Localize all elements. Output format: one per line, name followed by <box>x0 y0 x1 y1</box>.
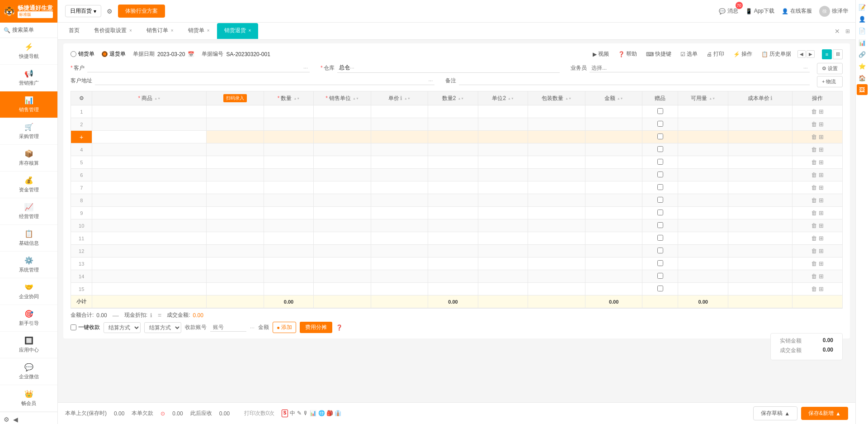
th-product-sort[interactable]: ▲▼ <box>154 97 160 100</box>
address-input[interactable] <box>97 77 428 84</box>
copy-icon[interactable]: ⊞ <box>819 159 824 166</box>
tab-delivery-close[interactable]: × <box>207 28 210 33</box>
sidebar-item-apps[interactable]: 🔲 应用中心 <box>0 332 57 358</box>
gift-checkbox-row-6[interactable] <box>657 172 663 177</box>
industry-select[interactable]: 日用百货 ▾ <box>65 5 101 17</box>
sidebar-item-sales[interactable]: 📊 销售管理 <box>0 91 57 118</box>
tab-sales-delivery[interactable]: 销货单 × <box>181 23 217 39</box>
pay-checkbox[interactable] <box>71 324 76 330</box>
sidebar-search[interactable]: 🔍 搜索菜单 <box>0 23 57 38</box>
tab-sales-return[interactable]: 销货退货 × <box>217 23 259 39</box>
copy-icon[interactable]: ⊞ <box>819 172 824 178</box>
gift-checkbox-row-14[interactable] <box>657 273 663 279</box>
sidebar-item-guide[interactable]: 🎯 新手引导 <box>0 305 57 332</box>
sidebar-item-member[interactable]: 👑 畅会员 <box>0 385 57 412</box>
settlement-select[interactable]: 结算方式 <box>104 322 141 333</box>
rp-item-1[interactable]: 📝 <box>857 2 868 13</box>
delete-icon[interactable]: 🗑 <box>811 197 817 204</box>
sidebar-item-cooperation[interactable]: 🤝 企业协同 <box>0 278 57 305</box>
amount-sort[interactable]: ▲▼ <box>617 97 623 100</box>
copy-icon[interactable]: ⊞ <box>819 248 824 254</box>
warehouse-input-wrap[interactable]: 总仓 ··· <box>337 63 560 73</box>
save-new-btn[interactable]: 保存&新增 ▲ <box>801 407 848 420</box>
app-download-item[interactable]: 📱 App下载 <box>745 7 774 15</box>
radio-delivery[interactable]: 销货单 <box>71 50 94 58</box>
gift-checkbox-row-1[interactable] <box>657 108 663 114</box>
tab-sales-order-close[interactable]: × <box>171 28 174 33</box>
cost-info-icon[interactable]: ℹ <box>770 95 773 101</box>
online-service-item[interactable]: 👤 在线客服 <box>782 7 812 15</box>
list-view-btn[interactable]: ≡ <box>822 49 832 59</box>
product-input-row3[interactable] <box>94 134 204 140</box>
radio-return-input[interactable] <box>102 51 108 57</box>
rp-item-7[interactable]: 🏠 <box>857 72 868 83</box>
dots-icon[interactable]: ··· <box>250 324 255 331</box>
copy-icon[interactable]: ⊞ <box>819 197 824 204</box>
delete-icon[interactable]: 🗑 <box>811 222 817 229</box>
th-gear[interactable]: ⚙ <box>71 91 92 105</box>
unit2-sort[interactable]: ▲▼ <box>508 97 514 100</box>
copy-icon[interactable]: ⊞ <box>819 133 824 140</box>
tab-return-close[interactable]: × <box>249 28 251 33</box>
rp-item-2[interactable]: 👤 <box>857 14 868 24</box>
discount-info[interactable]: ℹ <box>150 312 152 319</box>
delete-icon[interactable]: 🗑 <box>811 159 817 166</box>
history-btn[interactable]: 📋 历史单据 <box>759 49 794 59</box>
gift-checkbox-row-5[interactable] <box>657 159 663 165</box>
customer-input[interactable] <box>89 65 303 71</box>
one-click-pay-check[interactable]: 一键收款 <box>71 324 100 331</box>
radio-delivery-input[interactable] <box>71 51 76 57</box>
rp-item-4[interactable]: 📊 <box>857 37 868 48</box>
expense-split-btn[interactable]: 费用分摊 <box>300 322 332 333</box>
gift-checkbox-row-13[interactable] <box>657 260 663 266</box>
tab-expand[interactable]: ⊞ <box>844 26 852 36</box>
calc-select[interactable]: 结算方式 <box>144 322 181 333</box>
delete-icon[interactable]: 🗑 <box>811 172 817 178</box>
tab-price-setting[interactable]: 售价提取设置 × <box>87 23 139 39</box>
sidebar-item-finance[interactable]: 💰 资金管理 <box>0 172 57 198</box>
customer-input-wrap[interactable]: ··· <box>87 64 310 72</box>
tab-price-close[interactable]: × <box>129 28 132 33</box>
tab-close-all[interactable]: ✕ <box>833 26 842 37</box>
settings-btn[interactable]: ⚙ 设置 <box>817 63 843 74</box>
rp-item-6[interactable]: ⭐ <box>857 61 868 71</box>
copy-icon[interactable]: ⊞ <box>819 146 824 153</box>
copy-icon[interactable]: ⊞ <box>819 235 824 242</box>
save-draft-btn[interactable]: 保存草稿 ▲ <box>753 406 797 420</box>
remark-input-wrap[interactable] <box>459 76 809 85</box>
collapse-icon[interactable]: ◀ <box>13 416 18 423</box>
topbar-gear-icon[interactable]: ⚙ <box>105 6 114 17</box>
sidebar-item-marketing[interactable]: 📢 营销推广 <box>0 65 57 91</box>
print-btn[interactable]: 🖨 打印 <box>704 49 727 59</box>
user-item[interactable]: 徐 徐泽华 <box>819 6 848 17</box>
delete-icon[interactable]: 🗑 <box>811 273 817 280</box>
delete-icon[interactable]: 🗑 <box>811 133 817 140</box>
select-btn[interactable]: ☑ 选单 <box>678 49 700 59</box>
delete-icon[interactable]: 🗑 <box>811 184 817 191</box>
shortcut-btn[interactable]: ⌨ 快捷键 <box>643 49 674 59</box>
account-input[interactable] <box>210 323 246 332</box>
copy-icon[interactable]: ⊞ <box>819 121 824 128</box>
delete-icon[interactable]: 🗑 <box>811 235 817 242</box>
cta-button[interactable]: 体验行业方案 <box>118 5 165 18</box>
avail-sort[interactable]: ▲▼ <box>709 97 715 100</box>
gift-checkbox-row-10[interactable] <box>657 222 663 228</box>
delete-icon[interactable]: 🗑 <box>811 121 817 128</box>
delete-icon[interactable]: 🗑 <box>811 146 817 153</box>
gift-checkbox-row-9[interactable] <box>657 210 663 215</box>
staff-input-wrap[interactable]: ··· <box>590 64 810 72</box>
gift-checkbox-row-4[interactable] <box>657 146 663 152</box>
add-btn[interactable]: ● 添加 <box>273 322 296 333</box>
calendar-icon[interactable]: 📅 <box>188 51 194 57</box>
remark-input[interactable] <box>461 77 807 84</box>
video-btn[interactable]: ▶ 视频 <box>590 49 612 59</box>
settings-bottom-icon[interactable]: ⚙ <box>4 416 9 423</box>
help-btn[interactable]: ❓ 帮助 <box>615 49 640 59</box>
delete-icon[interactable]: 🗑 <box>811 210 817 216</box>
tab-sales-order[interactable]: 销售订单 × <box>139 23 181 39</box>
copy-icon[interactable]: ⊞ <box>819 273 824 280</box>
sidebar-item-operation[interactable]: 📈 经营管理 <box>0 198 57 225</box>
copy-icon[interactable]: ⊞ <box>819 260 824 267</box>
warehouse-dots[interactable]: ··· <box>350 65 354 71</box>
gift-checkbox-row-3[interactable] <box>657 133 663 139</box>
